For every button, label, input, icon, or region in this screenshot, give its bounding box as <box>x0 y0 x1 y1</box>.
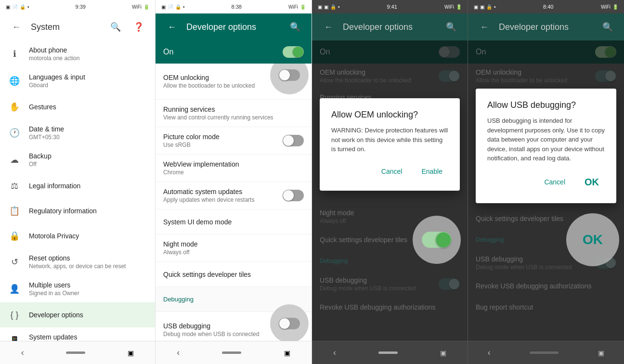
dev-toggle-label: On <box>163 48 283 56</box>
demo-mode-item[interactable]: System UI demo mode <box>156 209 312 234</box>
recents-nav-btn[interactable]: ▣ <box>128 349 134 357</box>
auto-updates-item[interactable]: Automatic system updates Apply updates w… <box>156 182 312 209</box>
home-nav-pill-p4[interactable] <box>530 351 559 354</box>
recents-nav-btn-p2[interactable]: ▣ <box>284 349 290 357</box>
usb-dialog-actions: Cancel OK <box>487 173 605 192</box>
running-services-item[interactable]: Running services View and control curren… <box>156 100 312 127</box>
running-title: Running services <box>163 105 304 113</box>
datetime-item[interactable]: 🕐 Date & time GMT+05:30 <box>0 119 155 146</box>
privacy-icon: 🔒 <box>8 229 21 243</box>
p4-battery: 🔋 <box>612 4 618 10</box>
home-nav-pill-p2[interactable] <box>222 351 241 354</box>
search-button-panel4[interactable]: 🔍 <box>599 18 616 36</box>
gestures-text: Gestures <box>29 103 147 111</box>
users-icon: 👤 <box>8 282 21 296</box>
usb-dialog: Allow USB debugging? USB debugging is in… <box>476 89 616 203</box>
regulatory-item[interactable]: 📋 Regulatory information <box>0 198 155 223</box>
sim-icon: ▣ <box>6 4 10 10</box>
usb-text: USB debugging Debug mode when USB is con… <box>163 322 260 338</box>
usb-toggle[interactable] <box>279 318 300 329</box>
search-button-panel2[interactable]: 🔍 <box>286 18 304 36</box>
running-subtitle: View and control currently running servi… <box>163 114 304 121</box>
picture-color-item[interactable]: Picture color mode Use sRGB <box>156 127 312 155</box>
enable-circle-overlay <box>413 216 461 264</box>
legal-item[interactable]: ⚖ Legal information <box>0 173 155 198</box>
languages-item[interactable]: 🌐 Languages & input Gboard <box>0 67 155 94</box>
gestures-item[interactable]: ✋ Gestures <box>0 94 155 119</box>
back-button-panel1[interactable]: ← <box>8 18 25 36</box>
back-nav-btn[interactable]: ‹ <box>21 348 24 358</box>
datetime-icon: 🕐 <box>8 126 21 140</box>
languages-subtitle: Gboard <box>29 82 147 89</box>
regulatory-text: Regulatory information <box>29 207 147 215</box>
pc-toggle-thumb <box>283 135 294 146</box>
home-nav-pill[interactable] <box>66 351 85 354</box>
privacy-title: Motorola Privacy <box>29 232 147 240</box>
oem-cancel-button[interactable]: Cancel <box>376 164 408 179</box>
system-icons: ▣ 📄 🔒 • <box>6 4 29 10</box>
oem-dialog-title: Allow OEM unlocking? <box>331 110 448 120</box>
bottom-nav-panel3: ‹ ▣ <box>312 341 468 364</box>
usb-large-toggle-circle[interactable] <box>270 304 309 341</box>
p2-sim-icon: ▣ <box>161 4 166 10</box>
reset-item[interactable]: ↺ Reset options Network, apps, or device… <box>0 248 155 275</box>
oem-unlocking-item[interactable]: OEM unlocking Allow the bootloader to be… <box>156 64 312 100</box>
quick-settings-item[interactable]: Quick settings developer tiles <box>156 262 312 287</box>
multi-users-item[interactable]: 👤 Multiple users Signed in as Owner <box>0 275 155 302</box>
p4-left-icons: ▣ ▣ 🔒 • <box>474 4 496 10</box>
motorola-privacy-item[interactable]: 🔒 Motorola Privacy <box>0 223 155 248</box>
back-button-panel4[interactable]: ← <box>476 18 493 36</box>
usb-dialog-body: USB debugging is intended for developmen… <box>487 116 605 163</box>
dev-toggle-switch[interactable] <box>283 46 304 58</box>
about-icon: ℹ <box>8 47 21 61</box>
back-nav-btn-p3[interactable]: ‹ <box>333 348 336 358</box>
debugging-label: Debugging <box>163 296 304 303</box>
usb-debugging-item[interactable]: USB debugging Debug mode when USB is con… <box>156 312 312 341</box>
p2-battery-icon: 🔋 <box>300 4 306 10</box>
regulatory-title: Regulatory information <box>29 207 147 215</box>
about-phone-item[interactable]: ℹ About phone motorola one action <box>0 40 155 67</box>
p4-sim2: ▣ <box>480 4 484 10</box>
webview-item[interactable]: WebView implementation Chrome <box>156 155 312 182</box>
auto-updates-toggle[interactable] <box>283 190 304 201</box>
usb-cancel-button[interactable]: Cancel <box>538 173 571 192</box>
night-mode-subtitle: Always off <box>163 249 304 256</box>
dev-toggle-row[interactable]: On <box>156 40 312 64</box>
oem-title: OEM unlocking <box>163 74 260 81</box>
night-mode-item[interactable]: Night mode Always off <box>156 234 312 262</box>
lock-icon: 🔒 <box>20 4 26 10</box>
legal-text: Legal information <box>29 182 147 190</box>
auto-updates-subtitle: Apply updates when device restarts <box>163 196 283 203</box>
back-button-panel2[interactable]: ← <box>163 18 181 36</box>
help-button-panel1[interactable]: ❓ <box>130 18 147 36</box>
home-nav-pill-p3[interactable] <box>378 351 398 354</box>
dev-options-list: OEM unlocking Allow the bootloader to be… <box>156 64 312 341</box>
backup-item[interactable]: ☁ Backup Off <box>0 146 155 173</box>
search-button-panel3[interactable]: 🔍 <box>442 18 460 36</box>
bottom-nav-panel4: ‹ ▣ <box>468 341 624 364</box>
recents-nav-btn-p3[interactable]: ▣ <box>440 349 446 357</box>
p4-wifi-icon: WiFi <box>601 4 611 10</box>
developer-options-item[interactable]: { } Developer options <box>0 302 155 327</box>
back-nav-btn-p4[interactable]: ‹ <box>488 348 491 358</box>
back-nav-btn-p2[interactable]: ‹ <box>177 348 180 358</box>
legal-icon: ⚖ <box>8 179 21 193</box>
doc-icon: 📄 <box>12 4 18 10</box>
oem-dialog: Allow OEM unlocking? WARNING: Device pro… <box>320 98 460 191</box>
oem-subtitle: Allow the bootloader to be unlocked <box>163 82 260 89</box>
back-button-panel3[interactable]: ← <box>320 18 337 36</box>
quick-settings-text: Quick settings developer tiles <box>163 271 304 278</box>
circle-toggle[interactable] <box>422 232 452 248</box>
picture-color-toggle[interactable] <box>283 135 304 146</box>
p3-wifi-icon: WiFi <box>444 4 454 10</box>
oem-large-toggle-circle[interactable] <box>270 64 309 94</box>
search-button-panel1[interactable]: 🔍 <box>107 18 124 36</box>
oem-toggle[interactable] <box>279 69 300 81</box>
oem-enable-button[interactable]: Enable <box>416 164 448 179</box>
recents-nav-btn-p4[interactable]: ▣ <box>598 349 604 357</box>
system-updates-item[interactable]: 📱 System updates Updated to Android 9 <box>0 327 155 341</box>
usb-ok-button[interactable]: OK <box>579 173 605 192</box>
ok-circle-overlay: OK <box>566 213 619 266</box>
p2-shield-icon: 🔒 <box>175 4 181 10</box>
picture-color-subtitle: Use sRGB <box>163 142 283 148</box>
